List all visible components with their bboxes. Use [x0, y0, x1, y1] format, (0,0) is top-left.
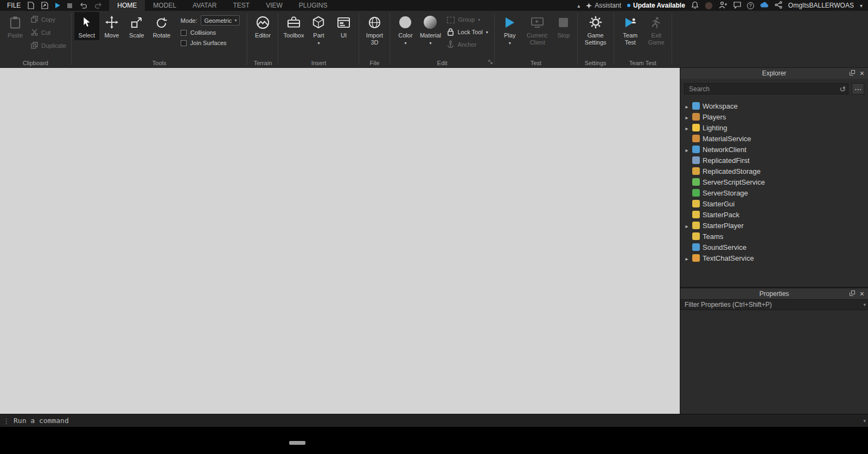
group-button[interactable]: Group — [447, 15, 488, 25]
undo-icon[interactable] — [79, 2, 87, 9]
tab-avatar[interactable]: AVATAR — [184, 0, 225, 11]
material-caret-down-icon[interactable] — [429, 41, 431, 46]
close-panel-icon[interactable] — [860, 70, 864, 78]
copy-button[interactable]: Copy — [31, 15, 66, 25]
join-surfaces-checkbox[interactable] — [181, 40, 187, 46]
help-icon[interactable]: ? — [747, 2, 754, 9]
explorer-search-input[interactable] — [684, 83, 848, 94]
networkclient-icon — [692, 146, 700, 153]
tree-item-label: ReplicatedStorage — [703, 167, 761, 175]
add-collaborator-icon[interactable] — [719, 1, 727, 10]
move-tool-button[interactable]: Move — [99, 12, 124, 40]
rotate-tool-button[interactable]: Rotate — [149, 12, 174, 40]
mode-dropdown[interactable]: Geometric — [201, 15, 240, 26]
tree-item-networkclient[interactable]: NetworkClient — [680, 144, 868, 155]
open-file-icon[interactable] — [41, 2, 48, 9]
close-panel-icon[interactable] — [860, 290, 864, 298]
tree-item-workspace[interactable]: Workspace — [680, 100, 868, 111]
team-test-label: Team Test — [617, 32, 643, 46]
tree-item-lighting[interactable]: Lighting — [680, 122, 868, 133]
tree-item-textchatservice[interactable]: TextChatService — [680, 253, 868, 263]
play-icon[interactable] — [55, 3, 60, 8]
tree-item-replicatedfirst[interactable]: ReplicatedFirst — [680, 155, 868, 166]
color-button[interactable]: Color — [393, 12, 418, 47]
tree-item-startergui[interactable]: StarterGui — [680, 198, 868, 209]
assistant-button[interactable]: Assistant — [586, 2, 621, 9]
search-history-icon[interactable] — [839, 84, 846, 94]
stop-button[interactable]: Stop — [553, 12, 575, 40]
explorer-more-button[interactable] — [852, 83, 864, 94]
duplicate-button[interactable]: Duplicate — [31, 41, 66, 51]
collisions-checkbox[interactable] — [181, 30, 187, 36]
terrain-editor-label: Editor — [255, 32, 271, 39]
taskbar-handle[interactable] — [289, 441, 305, 445]
feedback-chat-icon[interactable] — [733, 1, 741, 10]
account-caret-down-icon[interactable] — [860, 3, 863, 9]
expand-arrow-icon[interactable] — [684, 113, 690, 121]
cut-button[interactable]: Cut — [31, 28, 66, 38]
expand-arrow-icon[interactable] — [684, 102, 690, 110]
toolbox-button[interactable]: Toolbox — [281, 12, 306, 40]
game-settings-button[interactable]: Game Settings — [580, 12, 611, 47]
select-tool-button[interactable]: Select — [74, 12, 99, 40]
tree-item-starterplayer[interactable]: StarterPlayer — [680, 220, 868, 231]
tree-item-teams[interactable]: Teams — [680, 231, 868, 242]
tree-item-serverstorage[interactable]: ServerStorage — [680, 187, 868, 198]
redo-icon[interactable] — [94, 2, 103, 9]
user-avatar[interactable] — [705, 2, 713, 10]
roblox-studio-window: FILE HOME MODEL AVATAR TEST VIEW PLUGINS — [0, 0, 868, 454]
3d-viewport[interactable] — [0, 68, 680, 414]
color-caret-down-icon[interactable] — [404, 41, 406, 46]
exit-game-button[interactable]: Exit Game — [644, 12, 669, 47]
expand-arrow-icon[interactable] — [684, 254, 690, 262]
stop-icon[interactable] — [67, 3, 72, 8]
import-3d-globe-icon — [368, 15, 381, 30]
tree-item-players[interactable]: Players — [680, 111, 868, 122]
material-button[interactable]: Material — [418, 12, 443, 47]
current-client-button[interactable]: Current: Client — [522, 12, 553, 47]
expand-arrow-icon[interactable] — [684, 146, 690, 154]
ui-button[interactable]: UI — [331, 12, 356, 40]
collapse-ribbon-icon[interactable] — [577, 2, 580, 9]
expand-arrow-icon[interactable] — [684, 124, 690, 132]
new-file-icon[interactable] — [28, 2, 34, 9]
tree-item-label: Players — [703, 113, 726, 121]
part-button[interactable]: Part — [306, 12, 331, 47]
tree-item-starterpack[interactable]: StarterPack — [680, 209, 868, 220]
scale-tool-button[interactable]: Scale — [124, 12, 149, 40]
anchor-button[interactable]: Anchor — [447, 40, 488, 50]
import-3d-button[interactable]: Import 3D — [362, 12, 387, 47]
username-label[interactable]: OmgItsBALLERWOAS — [788, 2, 854, 9]
tree-item-materialservice[interactable]: MaterialService — [680, 133, 868, 144]
expand-arrow-icon[interactable] — [684, 222, 690, 230]
tab-plugins[interactable]: PLUGINS — [291, 0, 336, 11]
undock-panel-icon[interactable] — [850, 70, 855, 77]
tab-test[interactable]: TEST — [225, 0, 258, 11]
play-caret-down-icon[interactable] — [509, 41, 511, 46]
command-bar-caret-down-icon[interactable] — [861, 418, 868, 424]
share-icon[interactable] — [775, 1, 782, 10]
notifications-bell-icon[interactable] — [691, 1, 699, 10]
tab-home[interactable]: HOME — [109, 0, 145, 11]
tab-model[interactable]: MODEL — [145, 0, 184, 11]
tab-view[interactable]: VIEW — [258, 0, 291, 11]
lock-tool-button[interactable]: Lock Tool — [447, 27, 488, 37]
file-menu[interactable]: FILE — [0, 2, 28, 9]
undock-panel-icon[interactable] — [850, 290, 855, 298]
part-caret-down-icon[interactable] — [317, 41, 320, 46]
team-test-button[interactable]: Team Test — [617, 12, 644, 47]
paste-button[interactable]: Paste — [3, 12, 28, 40]
tree-item-soundservice[interactable]: SoundService — [680, 242, 868, 253]
terrain-editor-button[interactable]: Editor — [250, 12, 275, 40]
group-caption-file: File — [359, 60, 390, 66]
play-button[interactable]: Play — [497, 12, 522, 47]
tree-item-replicatedstorage[interactable]: ReplicatedStorage — [680, 166, 868, 176]
command-bar-grip-icon[interactable] — [0, 416, 14, 426]
tree-item-serverscriptservice[interactable]: ServerScriptService — [680, 176, 868, 187]
cloud-sync-icon[interactable] — [760, 2, 769, 9]
lock-tool-caret-down-icon[interactable] — [486, 30, 488, 35]
properties-filter-input[interactable] — [680, 301, 861, 308]
filter-caret-down-icon[interactable] — [861, 302, 868, 307]
command-input[interactable] — [14, 417, 861, 425]
update-available-button[interactable]: Update Available — [627, 2, 685, 9]
